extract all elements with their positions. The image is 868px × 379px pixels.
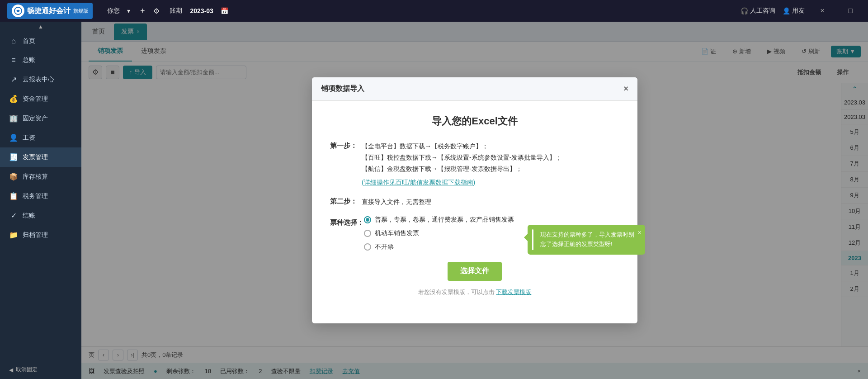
support-item[interactable]: 🎧 人工咨询 — [741, 7, 775, 15]
period-value: 2023-03 — [190, 7, 213, 14]
sidebar-item-label: 工资 — [23, 134, 35, 142]
cancel-fixed-icon: ◀ — [9, 367, 13, 373]
sidebar-item-invoice[interactable]: 🧾 发票管理 — [0, 147, 81, 167]
invoice-icon: 🧾 — [9, 153, 18, 161]
fund-icon: 💰 — [9, 95, 18, 103]
modal-title-text: 销项数据导入 — [321, 84, 364, 94]
closing-icon: ✓ — [9, 211, 18, 220]
window-maximize-btn[interactable]: □ — [840, 0, 861, 22]
step2-row: 第二步： 直接导入文件，无需整理 — [330, 196, 619, 208]
sidebar-item-closing[interactable]: ✓ 结账 — [0, 206, 81, 225]
step1-label: 第一步： — [330, 142, 362, 150]
sidebar-item-label: 首页 — [23, 37, 35, 45]
step1-line3: 【航信】金税盘数据下载→【报税管理-发票数据导出】； — [362, 163, 619, 175]
sidebar-item-label: 归档管理 — [23, 231, 48, 239]
window-close-btn[interactable]: × — [812, 0, 833, 22]
user-icon: 👤 — [783, 7, 790, 14]
ticket-select-row: 票种选择： 普票，专票，卷票，通行费发票，农产品销售发票 机动车销售发票 — [330, 216, 619, 251]
sidebar-item-fund[interactable]: 💰 资金管理 — [0, 89, 81, 109]
sidebar-item-ledger[interactable]: ≡ 总账 — [0, 51, 81, 70]
radio-motor-label: 机动车销售发票 — [375, 229, 419, 237]
modal-header: 销项数据导入 × — [312, 77, 637, 101]
sidebar-item-label: 总账 — [23, 56, 35, 64]
tooltip-bubble: × 现在支持的票种多了，导入发票时别忘了选择正确的发票类型呀! — [528, 225, 645, 255]
sidebar-item-label: 资金管理 — [23, 95, 48, 103]
app-name: 畅捷通好会计 — [27, 6, 71, 16]
sidebar-item-label: 库存核算 — [23, 173, 48, 181]
support-label: 人工咨询 — [750, 7, 775, 15]
modal-close-btn[interactable]: × — [623, 84, 628, 94]
radio-noinvoice[interactable]: 不开票 — [364, 243, 514, 251]
sidebar-item-salary[interactable]: 👤 工资 — [0, 128, 81, 147]
radio-normal[interactable]: 普票，专票，卷票，通行费发票，农产品销售发票 — [364, 216, 514, 224]
cloud-icon: ↗ — [9, 75, 18, 84]
sidebar-item-label: 固定资产 — [23, 114, 48, 123]
account-dropdown[interactable]: ▾ — [127, 7, 130, 14]
step1-detail-link[interactable]: (详细操作见百旺/航信发票数据下载指南) — [362, 179, 475, 186]
tooltip-text: 现在支持的票种多了，导入发票时别忘了选择正确的发票类型呀! — [540, 230, 639, 249]
radio-motor[interactable]: 机动车销售发票 × 现在支持的票种多了，导入发票时别忘了选择正确的发票类型呀! — [364, 229, 514, 237]
radio-normal-circle[interactable] — [364, 216, 371, 223]
topbar: 畅捷通好会计 旗舰版 你您 ▾ + ⚙ 账期 2023-03 📅 🎧 人工咨询 … — [0, 0, 868, 22]
radio-normal-label: 普票，专票，卷票，通行费发票，农产品销售发票 — [375, 216, 514, 224]
sidebar-item-fixed-asset[interactable]: 🏢 固定资产 — [0, 109, 81, 128]
select-file-btn[interactable]: 选择文件 — [448, 262, 502, 281]
topbar-right: 🎧 人工咨询 👤 用友 × □ — [741, 0, 861, 22]
period-label: 账期 — [170, 7, 182, 15]
step1-line2: 【百旺】税控盘数据下载→【系统设置-系统参数设置-发票批量导入】； — [362, 152, 619, 163]
download-template-link[interactable]: 下载发票模版 — [496, 289, 531, 295]
app-logo: 畅捷通好会计 旗舰版 — [7, 3, 93, 19]
modal-main-title: 导入您的Excel文件 — [330, 114, 619, 128]
main-content: 首页 发票 × 销项发票 进项发票 📄 证 ⊕ 新增 ▶ 视频 — [81, 22, 868, 379]
step2-label: 第二步： — [330, 197, 362, 206]
sidebar-item-tax[interactable]: 📋 税务管理 — [0, 186, 81, 206]
modal-body: 导入您的Excel文件 第一步： 【全电平台】数据下载→【税务数字账户】； 【百… — [312, 101, 637, 305]
sidebar: ▲ ⌂ 首页 ≡ 总账 ↗ 云报表中心 💰 资金管理 🏢 固定资产 👤 工资 🧾… — [0, 22, 81, 379]
radio-group: 普票，专票，卷票，通行费发票，农产品销售发票 机动车销售发票 × 现在支持的票种… — [364, 216, 514, 251]
account-name: 你您 — [107, 7, 120, 15]
sidebar-item-archive[interactable]: 📁 归档管理 — [0, 225, 81, 245]
add-button[interactable]: + — [140, 6, 145, 16]
step1-row: 第一步： 【全电平台】数据下载→【税务数字账户】； 【百旺】税控盘数据下载→【系… — [330, 141, 619, 188]
tax-icon: 📋 — [9, 192, 18, 200]
user-item[interactable]: 👤 用友 — [783, 7, 805, 15]
period-calendar-icon[interactable]: 📅 — [221, 7, 228, 14]
headset-icon: 🎧 — [741, 7, 748, 14]
fixed-asset-icon: 🏢 — [9, 114, 18, 123]
radio-noinvoice-label: 不开票 — [375, 243, 394, 251]
sidebar-scroll-up[interactable]: ▲ — [0, 22, 81, 32]
ticket-label: 票种选择： — [330, 218, 364, 227]
tooltip-bar — [532, 229, 533, 250]
ledger-icon: ≡ — [9, 56, 18, 64]
sidebar-item-cloud-report[interactable]: ↗ 云报表中心 — [0, 70, 81, 89]
cancel-fixed-label: 取消固定 — [16, 366, 38, 374]
settings-icon[interactable]: ⚙ — [153, 7, 160, 15]
sidebar-item-label: 税务管理 — [23, 192, 48, 200]
archive-icon: 📁 — [9, 231, 18, 239]
modal-footer: 若您没有发票模版，可以点击 下载发票模版 — [330, 288, 619, 296]
tooltip-close-btn[interactable]: × — [638, 227, 642, 237]
home-icon: ⌂ — [9, 37, 18, 45]
logo-icon — [12, 5, 24, 17]
step1-line1: 【全电平台】数据下载→【税务数字账户】； — [362, 141, 619, 152]
sidebar-item-label: 云报表中心 — [23, 76, 54, 84]
salary-icon: 👤 — [9, 133, 18, 142]
modal-overlay: 销项数据导入 × 导入您的Excel文件 第一步： 【全电平台】数据下载→【税务… — [81, 22, 868, 379]
radio-normal-dot — [366, 218, 369, 222]
sidebar-item-label: 结账 — [23, 212, 35, 220]
import-modal: 销项数据导入 × 导入您的Excel文件 第一步： 【全电平台】数据下载→【税务… — [312, 77, 637, 323]
sidebar-item-inventory[interactable]: 📦 库存核算 — [0, 167, 81, 186]
radio-noinvoice-circle[interactable] — [364, 243, 371, 251]
app-edition: 旗舰版 — [73, 8, 88, 14]
sidebar-cancel-fixed[interactable]: ◀ 取消固定 — [0, 360, 81, 379]
inventory-icon: 📦 — [9, 172, 18, 181]
sidebar-item-label: 发票管理 — [23, 153, 48, 161]
sidebar-item-home[interactable]: ⌂ 首页 — [0, 32, 81, 51]
step1-content: 【全电平台】数据下载→【税务数字账户】； 【百旺】税控盘数据下载→【系统设置-系… — [362, 141, 619, 188]
footer-text: 若您没有发票模版，可以点击 — [418, 289, 495, 295]
radio-motor-circle[interactable] — [364, 230, 371, 237]
user-label: 用友 — [792, 7, 805, 15]
step2-content: 直接导入文件，无需整理 — [362, 196, 619, 208]
